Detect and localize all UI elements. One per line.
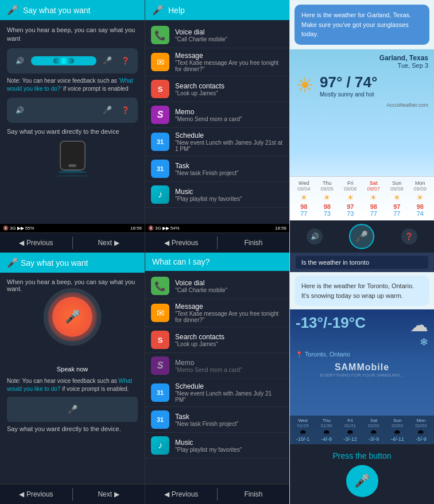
panel-1-title: Say what you want: [23, 6, 91, 15]
panel-4-bottom: Say what you want directly to the device…: [7, 425, 138, 432]
prev-button-1[interactable]: ◀ Previous: [0, 233, 72, 253]
help-item-voice-dial: 📞 Voice dial "Call Charlie mobile": [145, 22, 289, 48]
memo-icon: S: [151, 106, 169, 124]
panel-weather-garland: Here is the weather for Garland, Texas. …: [289, 0, 434, 253]
panel-say-what-1: 🎤 Say what you want When you hear a beep…: [0, 0, 145, 253]
forecast-day-sun: Sun 09/08 ☀ 97 77: [385, 180, 409, 217]
chevron-left-icon-5: ◀: [164, 490, 169, 498]
mic-icon-speak: 🎤: [65, 309, 80, 324]
task-icon-2: 31: [151, 410, 169, 429]
help-item-contacts-2: S Search contacts "Look up James": [145, 327, 289, 353]
sun-icon-garland: ☀: [296, 73, 314, 98]
schedule-icon: 31: [151, 133, 169, 151]
status-icons-left-2: 🔇3G▶▶54%: [148, 226, 180, 231]
panel-2-footer: ◀ Previous Finish: [145, 232, 289, 253]
help-item-task: 31 Task "New task Finish project": [145, 156, 289, 182]
memo-icon-2: S: [151, 356, 169, 375]
finish-button-5[interactable]: Finish: [218, 484, 289, 504]
forecast-cold-fri: Fri 01/31 🌧 -3/-12: [338, 418, 362, 442]
help-text-music: Music "Play playlist my favorites": [175, 188, 284, 202]
press-button-label: Press the button: [333, 451, 392, 460]
voice-indicator-2: 🔊 🎤 ❓: [7, 98, 138, 123]
prev-button-5[interactable]: ◀ Previous: [145, 484, 217, 504]
help-item-music: ♪ Music "Play playlist my favorites": [145, 182, 289, 208]
panel-2-title: Help: [168, 6, 185, 15]
panel-weather-toronto: Is the weather in toronto Here is the we…: [289, 253, 434, 504]
weather-card-toronto: -13°/-19°C ☁ ❄ 📍 Toronto, Ontario SAMMob…: [290, 309, 434, 444]
forecast-day-sat: Sat 09/07 ☀ 98 77: [362, 180, 386, 217]
volume-icon-1: 🔊: [11, 53, 28, 69]
schedule-icon-2: 31: [151, 383, 169, 402]
phone-icon: 📞: [151, 26, 169, 44]
music-icon: ♪: [151, 185, 169, 204]
help-item-contacts: S Search contacts "Look up James": [145, 76, 289, 102]
forecast-day-wed: Wed 09/04 ☀ 98 77: [292, 180, 316, 217]
forecast-cold-wed: Wed 01/29 🌧 -10/-1: [291, 418, 315, 442]
panel-1-content: When you hear a beep, you can say what y…: [7, 26, 138, 44]
prev-button-4[interactable]: ◀ Previous: [0, 484, 72, 504]
press-mic-button[interactable]: 🎤: [346, 465, 378, 497]
help-item-schedule: 31 Schedule "New event Lunch with James …: [145, 128, 289, 156]
help-icon-1: ❓: [117, 53, 133, 69]
speak-now-container: 🎤: [7, 297, 138, 337]
panel-what-can-i-say: What can I say? 📞 Voice dial "Call Charl…: [145, 253, 289, 504]
help-text-voice-dial: Voice dial "Call Charlie mobile": [175, 28, 284, 42]
help-item-message-2: ✉ Message "Text Katie message Are you fr…: [145, 299, 289, 327]
panel-say-what-2: 🎤 Say what you want When you hear a beep…: [0, 253, 145, 504]
phone-illustration: [7, 141, 138, 170]
contact-icon-2: S: [151, 331, 169, 349]
forecast-day-thu: Thu 09/05 ☀ 98 73: [316, 180, 339, 217]
status-bar-2: 🔇3G▶▶54% 18:58: [145, 224, 289, 232]
help-item-task-2: 31 Task "New task Finish project": [145, 407, 289, 433]
status-time-1: 18:56: [130, 226, 142, 231]
next-button-4[interactable]: Next ▶: [73, 484, 145, 504]
weather-desc-garland: Mostly sunny and hot: [320, 91, 377, 98]
mic-icon-1: 🎤: [100, 53, 115, 68]
help-item-voice-dial-2: 📞 Voice dial "Call Charlie mobile": [145, 273, 289, 299]
help-text-task: Task "New task Finish project": [175, 162, 284, 176]
forecast-cold-sat: Sat 02/01 🌧 -3/-9: [362, 418, 386, 442]
chevron-left-icon-1: ◀: [19, 239, 24, 247]
weather-temp-row: ☀ 97° / 74° Mostly sunny and hot: [296, 73, 428, 98]
phone-icon-2: 📞: [151, 277, 169, 295]
search-bar-toronto: Is the weather in toronto: [290, 253, 434, 272]
contact-icon: S: [151, 80, 169, 98]
panel-1-footer: ◀ Previous Next ▶: [0, 232, 145, 253]
weather-location-garland: Garland, Texas: [296, 54, 428, 62]
chevron-left-icon-4: ◀: [19, 490, 24, 498]
weather-text-garland: Here is the weather for Garland, Texas. …: [301, 11, 411, 37]
panel-5-footer: ◀ Previous Finish: [145, 484, 289, 504]
message-icon: ✉: [151, 53, 169, 71]
forecast-cold-mon: Mon 02/03 🌧 -5/-9: [409, 418, 433, 442]
next-button-1[interactable]: Next ▶: [73, 233, 145, 253]
mic-button-main-1[interactable]: 🎤: [349, 224, 374, 249]
help-text-schedule: Schedule "New event Lunch with James Jul…: [175, 131, 284, 152]
help-item-message: ✉ Message "Text Katie message Are you fr…: [145, 48, 289, 76]
task-icon: 31: [151, 160, 169, 178]
status-bar-1: 🔇3G▶▶55% 18:56: [0, 224, 145, 232]
panel-2-header: 🎤 Help: [145, 0, 289, 20]
panel-4-note: Note: You can hear voice feedback such a…: [7, 377, 138, 393]
forecast-day-fri: Fri 09/06 ☀ 97 73: [339, 180, 362, 217]
help-items-list: 📞 Voice dial "Call Charlie mobile" ✉ Mes…: [145, 20, 289, 224]
weather-response-toronto: Here is the weather for Toronto, Ontario…: [294, 276, 429, 306]
panel-5-header: What can I say?: [145, 253, 289, 271]
voice-area-top: 🔊 🎤 ❓: [290, 220, 434, 253]
voice-area-bottom-1: 🎤: [7, 397, 138, 422]
status-time-2: 18:58: [275, 226, 286, 231]
forecast-cold-thu: Thu 01/30 🌧 -4/-8: [315, 418, 338, 442]
panel-5-title: What can I say?: [152, 257, 210, 266]
forecast-row-garland: Wed 09/04 ☀ 98 77 Thu 09/05 ☀ 98 73 Fri …: [290, 176, 434, 220]
speak-now-button[interactable]: 🎤: [52, 297, 92, 337]
volume-icon-2: 🔊: [11, 102, 28, 118]
panel-4-footer: ◀ Previous Next ▶: [0, 484, 145, 504]
help-text-memo: Memo "Memo Send mom a card": [175, 108, 284, 122]
mic-icon-press: 🎤: [354, 474, 370, 489]
search-input-toronto[interactable]: Is the weather in toronto: [296, 256, 428, 269]
forecast-cold-sun: Sun 02/02 🌧 -4/-11: [386, 418, 409, 442]
prev-button-2[interactable]: ◀ Previous: [145, 233, 217, 253]
help-item-memo: S Memo "Memo Send mom a card": [145, 102, 289, 128]
finish-button[interactable]: Finish: [218, 233, 289, 253]
speak-now-label: Speak now: [57, 366, 88, 373]
help-item-music-2: ♪ Music "Play playlist my favorites": [145, 433, 289, 459]
